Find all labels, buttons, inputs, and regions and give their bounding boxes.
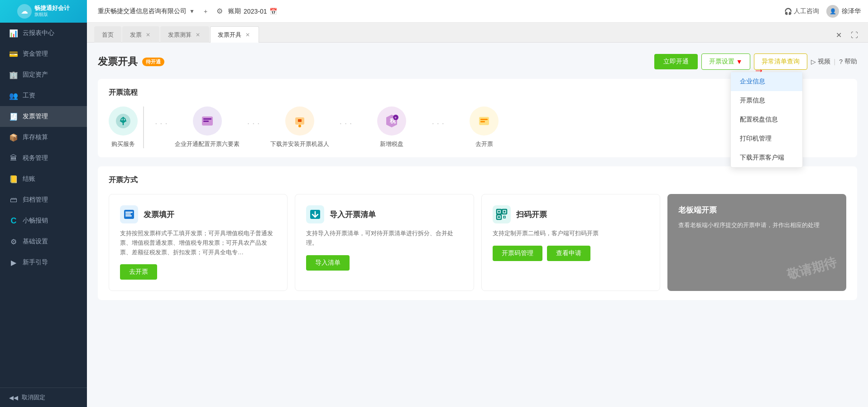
sidebar-item-label-settings: 基础设置 <box>23 237 48 246</box>
method-card-boss: 老板端开票 查看老板端小程序提交的开票申请，并作出相应的处理 敬请期待 <box>667 194 846 291</box>
method-fill-header: 发票填开 <box>120 205 276 223</box>
method-fill-desc: 支持按照发票样式手工填开发票；可开具增值税电子普通发票、增值税普通发票、增值税专… <box>120 229 276 257</box>
fill-go-button[interactable]: 去开票 <box>120 264 157 280</box>
svg-rect-27 <box>504 216 505 218</box>
dropdown-invoice-info[interactable]: 开票信息 <box>731 91 802 110</box>
dropdown-menu: → 企业信息 开票信息 配置税盘信息 打印机管理 <box>730 72 803 168</box>
top-bar: ☁ 畅捷通好会计 旗舰版 重庆畅捷交通信息咨询有限公司 ▼ + ⚙ 账期 202… <box>0 0 868 23</box>
sidebar-item-archive[interactable]: 🗃 归档管理 <box>0 189 87 210</box>
method-fill-icon <box>120 205 138 223</box>
tab-estimate-close[interactable]: ✕ <box>194 31 201 39</box>
sidebar-item-account[interactable]: 📒 结账 <box>0 169 87 189</box>
sidebar-item-label-guide: 新手引导 <box>23 258 48 266</box>
process-label-5: 去开票 <box>475 140 493 148</box>
sidebar-item-label-invoice: 发票管理 <box>23 112 48 121</box>
top-right: 🎧 人工咨询 👤 徐泽华 <box>784 5 861 18</box>
qr-manage-button[interactable]: 开票码管理 <box>493 246 542 261</box>
tab-issue-close[interactable]: ✕ <box>244 31 251 39</box>
process-step-1: 购买服务 <box>109 107 138 148</box>
process-icon-5 <box>470 107 499 136</box>
ai-help-button[interactable]: 🎧 人工咨询 <box>784 7 819 15</box>
sidebar-item-payroll[interactable]: 👥 工资 <box>0 85 87 106</box>
process-step-2: 企业开通配置开票六要素 <box>171 107 244 148</box>
sidebar-item-fund[interactable]: 💳 资金管理 <box>0 44 87 64</box>
sidebar-item-label-account: 结账 <box>23 175 35 183</box>
sidebar-item-label-report: 小畅报销 <box>23 217 48 225</box>
video-button[interactable]: ▷ 视频 <box>811 58 830 66</box>
sidebar-item-label-fixed-assets: 固定资产 <box>23 71 48 79</box>
method-boss-desc: 查看老板端小程序提交的开票申请，并作出相应的处理 <box>678 221 835 230</box>
sidebar-item-cloud-report[interactable]: 📊 云报表中心 <box>0 23 87 44</box>
add-button[interactable]: + <box>200 6 211 17</box>
method-import-desc: 支持导入待开票清单，可对待开票清单进行拆分、合并处理。 <box>306 229 462 248</box>
ai-help-label: 人工咨询 <box>794 7 819 15</box>
user-info[interactable]: 👤 徐泽华 <box>826 5 861 18</box>
tab-issue[interactable]: 发票开具 ✕ <box>210 26 259 43</box>
method-boss-title: 老板端开票 <box>678 205 835 215</box>
import-list-button[interactable]: 导入清单 <box>306 255 350 271</box>
sidebar-item-invoice[interactable]: 🧾 发票管理 <box>0 106 87 127</box>
dropdown-download-client[interactable]: 下载开票客户端 <box>731 148 802 167</box>
tab-expand-button[interactable]: ⛶ <box>848 30 861 40</box>
svg-rect-4 <box>203 121 209 122</box>
method-card-fill: 发票填开 支持按照发票样式手工填开发票；可开具增值税电子普通发票、增值税普通发票… <box>109 194 288 291</box>
arrow-1: · · · <box>155 118 168 137</box>
cancel-icon: ◀◀ <box>9 394 18 401</box>
logo-icon: ☁ <box>17 4 32 19</box>
dropdown-company-info[interactable]: 企业信息 <box>731 72 802 91</box>
svg-rect-14 <box>480 121 485 122</box>
tab-close-all-button[interactable]: ✕ <box>833 30 844 40</box>
svg-rect-13 <box>480 119 488 120</box>
inventory-icon: 📦 <box>9 133 18 142</box>
company-selector[interactable]: 重庆畅捷交通信息咨询有限公司 ▼ <box>98 7 195 15</box>
period-info: 账期 2023-01 📅 <box>228 7 277 15</box>
process-label-4: 新增税盘 <box>380 140 403 148</box>
archive-icon: 🗃 <box>9 195 18 204</box>
dropdown-printer[interactable]: 打印机管理 <box>731 129 802 148</box>
invoice-settings-button[interactable]: 开票设置 ▼ <box>701 53 750 70</box>
sidebar-item-fixed-assets[interactable]: 🏢 固定资产 <box>0 64 87 85</box>
sidebar-item-settings[interactable]: ⚙ 基础设置 <box>0 231 87 252</box>
process-step-3: 下载并安装开票机器人 <box>264 107 336 148</box>
calendar-icon[interactable]: 📅 <box>269 8 277 15</box>
period-value: 2023-01 <box>244 8 267 15</box>
app-container: ☁ 畅捷通好会计 旗舰版 重庆畅捷交通信息咨询有限公司 ▼ + ⚙ 账期 202… <box>0 0 868 407</box>
header-actions: 立即开通 开票设置 ▼ 异常清单查询 ▷ 视频 | ? <box>654 53 857 70</box>
sidebar-item-tax[interactable]: 🏛 税务管理 <box>0 148 87 169</box>
logo-name: 畅捷通好会计 <box>34 5 70 12</box>
sidebar-item-inventory[interactable]: 📦 库存核算 <box>0 127 87 148</box>
process-label-1: 购买服务 <box>111 140 135 148</box>
open-now-button[interactable]: 立即开通 <box>654 54 698 69</box>
svg-rect-17 <box>125 213 131 215</box>
tab-bar: 首页 发票 ✕ 发票测算 ✕ 发票开具 ✕ ✕ ⛶ <box>87 23 868 43</box>
tab-home-label: 首页 <box>102 31 114 39</box>
period-label: 账期 <box>228 7 241 15</box>
sidebar-item-label-inventory: 库存核算 <box>23 133 48 141</box>
headset-icon: 🎧 <box>784 8 792 15</box>
report-icon: C <box>9 216 18 225</box>
account-icon: 📒 <box>9 174 18 184</box>
fixed-assets-icon: 🏢 <box>9 70 18 79</box>
tab-home[interactable]: 首页 <box>94 26 121 43</box>
sidebar-item-label-fund: 资金管理 <box>23 50 48 58</box>
svg-text:+: + <box>394 116 397 120</box>
dropdown-tax-config[interactable]: 配置税盘信息 <box>731 110 802 129</box>
tab-invoice[interactable]: 发票 ✕ <box>122 26 159 43</box>
tab-estimate-label: 发票测算 <box>168 31 192 39</box>
svg-rect-24 <box>498 211 500 213</box>
settings-icon[interactable]: ⚙ <box>216 7 223 15</box>
help-page-button[interactable]: ? 帮助 <box>839 58 857 66</box>
view-apply-button[interactable]: 查看申请 <box>547 246 590 261</box>
process-step-4: 税+ 新增税盘 <box>355 107 428 148</box>
svg-rect-16 <box>125 212 133 213</box>
tab-estimate[interactable]: 发票测算 ✕ <box>160 26 209 43</box>
sidebar-item-label-archive: 归档管理 <box>23 196 48 204</box>
sidebar-cancel[interactable]: ◀◀ 取消固定 <box>0 388 87 407</box>
user-avatar: 👤 <box>826 5 839 18</box>
exception-list-button[interactable]: 异常清单查询 <box>754 53 807 70</box>
tab-invoice-close[interactable]: ✕ <box>144 31 152 39</box>
svg-rect-26 <box>504 211 505 213</box>
sidebar-item-report[interactable]: C 小畅报销 <box>0 210 87 231</box>
help-circle-icon: ? <box>839 58 843 65</box>
sidebar-item-guide[interactable]: ▶ 新手引导 <box>0 252 87 273</box>
